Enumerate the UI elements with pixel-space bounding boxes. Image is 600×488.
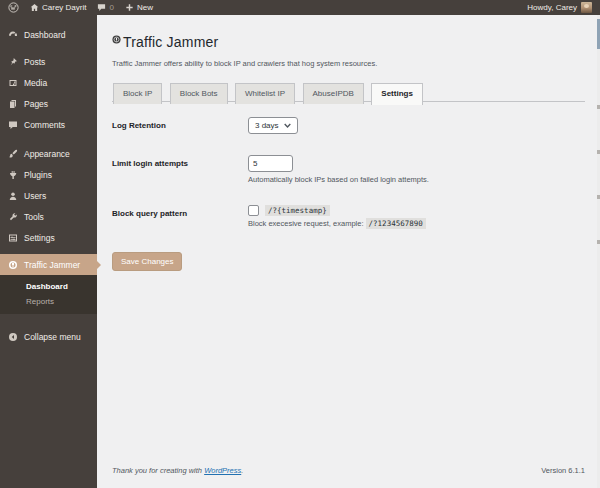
sidebar-item-label: Users <box>24 191 46 201</box>
home-icon <box>30 3 39 12</box>
tab-block-ip[interactable]: Block IP <box>113 83 162 104</box>
query-example-code: /?1234567890 <box>366 218 426 229</box>
block-query-help-text: Block execesive request, example: <box>248 219 363 228</box>
new-menu[interactable]: New <box>125 3 153 12</box>
admin-bar: Carey Dayrit 0 New Howdy, Carey <box>0 0 600 15</box>
pin-icon <box>8 57 18 67</box>
avatar <box>581 2 592 13</box>
dashboard-icon <box>8 30 18 40</box>
page-description: Traffic Jammer offers ability to block I… <box>112 59 585 68</box>
collapse-arrow-icon <box>8 332 18 342</box>
sidebar-item-label: Plugins <box>24 170 52 180</box>
block-query-help: Block execesive request, example: /?1234… <box>248 219 426 228</box>
form-row-log-retention: Log Retention 3 days <box>112 106 585 144</box>
sidebar-item-label: Traffic Jammer <box>24 260 80 270</box>
log-retention-label: Log Retention <box>112 117 248 134</box>
save-changes-button[interactable]: Save Changes <box>112 252 182 271</box>
sidebar-item-label: Posts <box>24 57 45 67</box>
limit-login-attempts-input[interactable] <box>248 155 293 172</box>
footer-thanks: Thank you for creating with WordPress. <box>112 466 243 475</box>
sidebar-item-posts[interactable]: Posts <box>0 51 97 72</box>
plus-icon <box>125 3 134 12</box>
sidebar-item-settings[interactable]: Settings <box>0 227 97 248</box>
site-name-label: Carey Dayrit <box>42 3 86 12</box>
admin-footer: Thank you for creating with WordPress. V… <box>97 466 600 488</box>
sidebar-item-tools[interactable]: Tools <box>0 206 97 227</box>
collapse-menu-label: Collapse menu <box>24 332 81 342</box>
admin-sidebar: Dashboard Posts Media Pages Comment <box>0 15 97 488</box>
sidebar-item-comments[interactable]: Comments <box>0 114 97 135</box>
form-row-block-query: Block query pattern /?{timestamp} Block … <box>112 194 585 238</box>
page-title: Traffic Jammer <box>123 34 218 50</box>
sidebar-item-label: Settings <box>24 233 55 243</box>
wordpress-logo-icon <box>8 2 19 13</box>
wordpress-logo-button[interactable] <box>8 2 19 13</box>
comments-menu[interactable]: 0 <box>97 3 113 12</box>
sidebar-item-label: Appearance <box>24 149 70 159</box>
settings-sliders-icon <box>8 233 18 243</box>
collapse-menu-button[interactable]: Collapse menu <box>0 326 97 347</box>
tab-block-bots[interactable]: Block Bots <box>170 83 228 104</box>
account-menu[interactable]: Howdy, Carey <box>527 2 592 13</box>
block-query-pattern-checkbox[interactable] <box>248 205 259 216</box>
limit-login-help: Automatically block IPs based on failed … <box>248 175 429 184</box>
sidebar-item-dashboard[interactable]: Dashboard <box>0 24 97 45</box>
media-icon <box>8 78 18 88</box>
plug-icon <box>8 170 18 180</box>
sidebar-item-label: Comments <box>24 120 65 130</box>
pages-icon <box>8 99 18 109</box>
site-name-menu[interactable]: Carey Dayrit <box>30 3 86 12</box>
block-query-label: Block query pattern <box>112 205 248 228</box>
tab-settings[interactable]: Settings <box>371 83 423 105</box>
new-label: New <box>137 3 153 12</box>
sidebar-item-label: Tools <box>24 212 44 222</box>
settings-form: Log Retention 3 days Limit login attempt… <box>112 106 585 238</box>
chevron-down-icon <box>284 123 291 128</box>
traffic-jammer-title-icon <box>112 35 121 44</box>
sidebar-item-pages[interactable]: Pages <box>0 93 97 114</box>
howdy-label: Howdy, Carey <box>527 3 577 12</box>
wordpress-link[interactable]: WordPress <box>204 466 241 475</box>
tab-bar: Block IP Block Bots Whitelist IP AbuseIP… <box>112 81 585 102</box>
traffic-jammer-submenu: Dashboard Reports <box>0 275 97 314</box>
submenu-item-dashboard[interactable]: Dashboard <box>0 279 97 294</box>
main-content: Traffic Jammer Traffic Jammer offers abi… <box>97 15 600 488</box>
sidebar-item-media[interactable]: Media <box>0 72 97 93</box>
wrench-icon <box>8 212 18 222</box>
sidebar-item-users[interactable]: Users <box>0 185 97 206</box>
comment-bubble-icon <box>97 3 106 12</box>
query-pattern-code: /?{timestamp} <box>265 205 330 216</box>
form-row-limit-login: Limit login attempts Automatically block… <box>112 144 585 194</box>
submenu-item-reports[interactable]: Reports <box>0 294 97 309</box>
sidebar-item-traffic-jammer[interactable]: Traffic Jammer <box>0 254 97 275</box>
log-retention-value: 3 days <box>255 121 279 130</box>
sidebar-item-appearance[interactable]: Appearance <box>0 143 97 164</box>
tab-whitelist-ip[interactable]: Whitelist IP <box>235 83 295 104</box>
traffic-jammer-icon <box>8 260 18 270</box>
comments-icon <box>8 120 18 130</box>
paintbrush-icon <box>8 149 18 159</box>
sidebar-item-label: Pages <box>24 99 48 109</box>
footer-period: . <box>241 466 243 475</box>
sidebar-item-plugins[interactable]: Plugins <box>0 164 97 185</box>
version-label: Version 6.1.1 <box>541 466 585 475</box>
user-icon <box>8 191 18 201</box>
log-retention-select[interactable]: 3 days <box>248 117 298 134</box>
sidebar-item-label: Media <box>24 78 47 88</box>
comments-count: 0 <box>109 3 113 12</box>
footer-thanks-text: Thank you for creating with <box>112 466 202 475</box>
sidebar-item-label: Dashboard <box>24 30 66 40</box>
tab-abuseipdb[interactable]: AbuseIPDB <box>303 83 364 104</box>
limit-login-label: Limit login attempts <box>112 155 248 184</box>
